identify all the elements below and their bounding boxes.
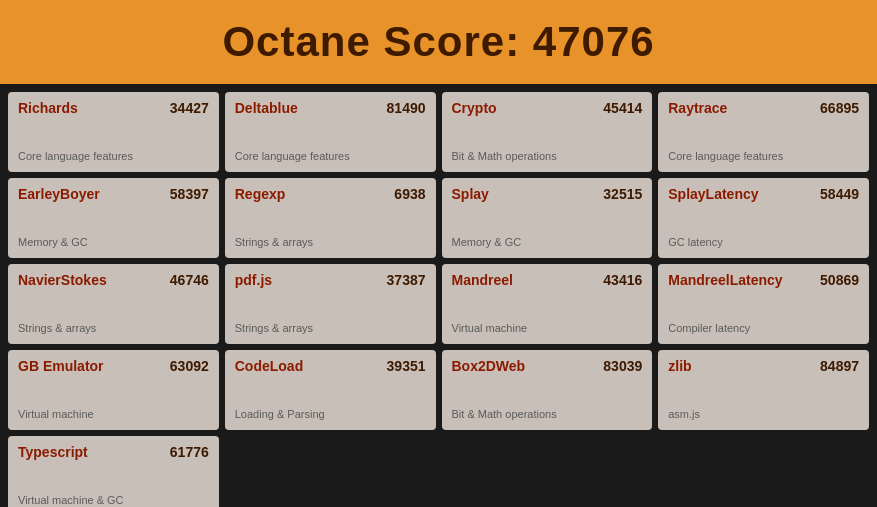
benchmark-name: Typescript (18, 444, 88, 460)
empty-cell (658, 436, 869, 507)
benchmark-card: MandreelLatency50869Compiler latency (658, 264, 869, 344)
benchmark-name: Box2DWeb (452, 358, 526, 374)
empty-cell (225, 436, 436, 507)
benchmark-name: MandreelLatency (668, 272, 782, 288)
benchmark-category: Virtual machine & GC (18, 494, 209, 506)
benchmark-card: CodeLoad39351Loading & Parsing (225, 350, 436, 430)
benchmark-category: Core language features (235, 150, 426, 162)
benchmark-card: Splay32515Memory & GC (442, 178, 653, 258)
benchmark-name: EarleyBoyer (18, 186, 100, 202)
benchmark-card: GB Emulator63092Virtual machine (8, 350, 219, 430)
benchmark-category: Memory & GC (452, 236, 643, 248)
benchmark-category: Strings & arrays (235, 322, 426, 334)
benchmark-name: Mandreel (452, 272, 513, 288)
benchmark-category: Bit & Math operations (452, 408, 643, 420)
benchmark-category: Compiler latency (668, 322, 859, 334)
benchmark-card: NavierStokes46746Strings & arrays (8, 264, 219, 344)
benchmark-name: Regexp (235, 186, 286, 202)
benchmark-category: Core language features (18, 150, 209, 162)
benchmark-category: GC latency (668, 236, 859, 248)
benchmark-name: Richards (18, 100, 78, 116)
benchmark-name: NavierStokes (18, 272, 107, 288)
benchmark-card: Typescript61776Virtual machine & GC (8, 436, 219, 507)
benchmark-score: 58397 (170, 186, 209, 202)
benchmark-score: 61776 (170, 444, 209, 460)
benchmark-name: Splay (452, 186, 489, 202)
benchmark-card: Deltablue81490Core language features (225, 92, 436, 172)
benchmark-score: 58449 (820, 186, 859, 202)
benchmark-score: 83039 (603, 358, 642, 374)
benchmark-score: 43416 (603, 272, 642, 288)
benchmark-card: pdf.js37387Strings & arrays (225, 264, 436, 344)
benchmark-category: Virtual machine (18, 408, 209, 420)
benchmark-category: Virtual machine (452, 322, 643, 334)
benchmark-category: Bit & Math operations (452, 150, 643, 162)
benchmark-card: Crypto45414Bit & Math operations (442, 92, 653, 172)
benchmark-category: Strings & arrays (235, 236, 426, 248)
benchmark-category: Core language features (668, 150, 859, 162)
benchmark-card: Raytrace66895Core language features (658, 92, 869, 172)
benchmark-score: 81490 (387, 100, 426, 116)
benchmark-score: 50869 (820, 272, 859, 288)
benchmark-card: Box2DWeb83039Bit & Math operations (442, 350, 653, 430)
benchmark-score: 45414 (603, 100, 642, 116)
benchmark-score: 66895 (820, 100, 859, 116)
benchmark-name: CodeLoad (235, 358, 303, 374)
benchmark-score: 46746 (170, 272, 209, 288)
benchmark-score: 84897 (820, 358, 859, 374)
benchmark-score: 39351 (387, 358, 426, 374)
benchmark-card: SplayLatency58449GC latency (658, 178, 869, 258)
benchmark-card: zlib84897asm.js (658, 350, 869, 430)
benchmarks-grid: Richards34427Core language featuresDelta… (0, 84, 877, 507)
benchmark-card: Regexp6938Strings & arrays (225, 178, 436, 258)
benchmark-name: Deltablue (235, 100, 298, 116)
benchmark-name: Crypto (452, 100, 497, 116)
benchmark-card: EarleyBoyer58397Memory & GC (8, 178, 219, 258)
benchmark-name: Raytrace (668, 100, 727, 116)
benchmark-category: Memory & GC (18, 236, 209, 248)
benchmark-card: Richards34427Core language features (8, 92, 219, 172)
benchmark-score: 34427 (170, 100, 209, 116)
benchmark-name: zlib (668, 358, 691, 374)
benchmark-score: 32515 (603, 186, 642, 202)
benchmark-category: Strings & arrays (18, 322, 209, 334)
score-header: Octane Score: 47076 (0, 0, 877, 84)
benchmark-category: Loading & Parsing (235, 408, 426, 420)
benchmark-name: SplayLatency (668, 186, 758, 202)
benchmark-score: 37387 (387, 272, 426, 288)
benchmark-name: pdf.js (235, 272, 272, 288)
benchmark-score: 63092 (170, 358, 209, 374)
benchmark-card: Mandreel43416Virtual machine (442, 264, 653, 344)
empty-cell (442, 436, 653, 507)
benchmark-score: 6938 (394, 186, 425, 202)
benchmark-category: asm.js (668, 408, 859, 420)
benchmark-name: GB Emulator (18, 358, 104, 374)
octane-score-title: Octane Score: 47076 (20, 18, 857, 66)
